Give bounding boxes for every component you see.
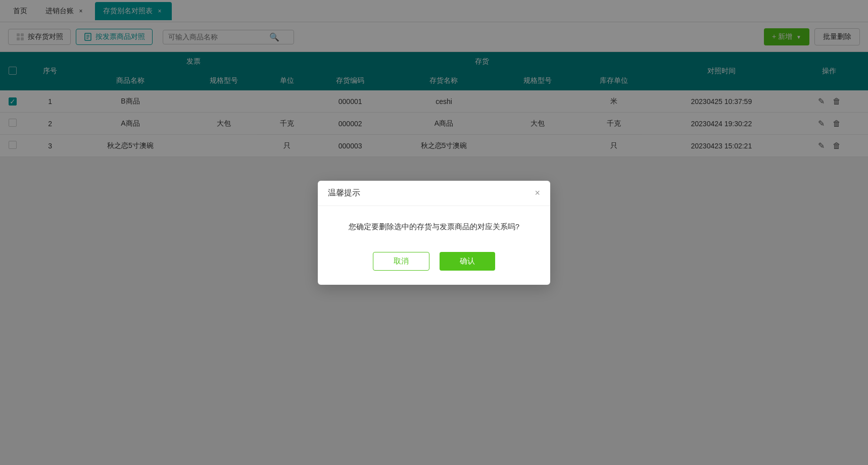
dialog-close-icon[interactable]: × [535,188,540,197]
dialog-footer: 取消 确认 [318,244,550,285]
dialog-header: 温馨提示 × [318,181,550,206]
dialog-body: 您确定要删除选中的存货与发票商品的对应关系吗? [318,206,550,244]
dialog-message: 您确定要删除选中的存货与发票商品的对应关系吗? [349,222,519,231]
btn-confirm[interactable]: 确认 [440,252,495,271]
confirm-dialog: 温馨提示 × 您确定要删除选中的存货与发票商品的对应关系吗? 取消 确认 [318,181,550,285]
modal-overlay: 温馨提示 × 您确定要删除选中的存货与发票商品的对应关系吗? 取消 确认 [0,0,868,465]
dialog-title: 温馨提示 [328,188,360,198]
btn-cancel[interactable]: 取消 [373,252,429,271]
